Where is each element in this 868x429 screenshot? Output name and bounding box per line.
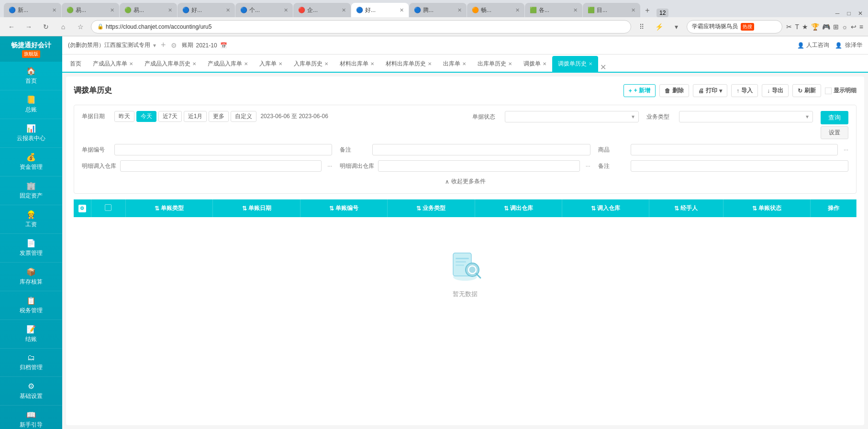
sidebar-item-tax[interactable]: 📋 税务管理 (0, 291, 62, 320)
sidebar-item-payroll[interactable]: 👷 工资 (0, 205, 62, 234)
refresh-button[interactable]: ↻ 刷新 (792, 84, 821, 97)
th-checkbox[interactable] (91, 199, 125, 217)
scissors-icon[interactable]: ✂ (786, 23, 792, 31)
browser-tab-4[interactable]: 🔵 好... ✕ (178, 3, 235, 17)
browser-tab-11[interactable]: 🟩 目... ✕ (583, 3, 640, 17)
nav-tab-inbound-close[interactable]: ✕ (278, 61, 282, 66)
import-button[interactable]: ↑ 导入 (731, 84, 758, 97)
back-button[interactable]: ← (5, 20, 18, 33)
note-input[interactable] (372, 144, 590, 155)
th-doc-status[interactable]: ⇅ 单账状态 (723, 199, 810, 217)
tab-close-7[interactable]: ✕ (400, 7, 404, 13)
browser-tab-5[interactable]: 🔵 个... ✕ (235, 3, 293, 17)
nav-tab-home[interactable]: 首页 (64, 56, 87, 73)
nav-tab-material-outbound-history-close[interactable]: ✕ (428, 61, 432, 66)
month-btn[interactable]: 近1月 (184, 111, 207, 122)
table-settings-icon[interactable]: ⚙ (78, 205, 86, 212)
nav-tab-finished-inbound2[interactable]: 产成品入库单 ✕ (202, 56, 254, 73)
nav-tab-transfer[interactable]: 调拨单 ✕ (518, 56, 552, 73)
query-button[interactable]: 查询 (821, 111, 848, 124)
nav-tab-finished-inbound-history-close[interactable]: ✕ (192, 61, 196, 66)
tab-close-2[interactable]: ✕ (110, 7, 114, 13)
grid-icon[interactable]: ⊞ (833, 23, 839, 31)
sidebar-item-guide[interactable]: 📖 新手引导 (0, 406, 62, 429)
th-biz-type[interactable]: ⇅ 业务类型 (388, 199, 475, 217)
sidebar-item-ledger[interactable]: 📒 总账 (0, 90, 62, 119)
nav-tab-outbound[interactable]: 出库单 ✕ (437, 56, 472, 73)
star-icon[interactable]: ★ (802, 23, 808, 31)
top-settings-icon[interactable]: ⚙ (171, 42, 177, 49)
close-all-tabs-button[interactable]: ✕ (600, 63, 606, 72)
extensions-button[interactable]: ⠿ (635, 20, 648, 33)
week-btn[interactable]: 近7天 (158, 111, 182, 122)
undo-icon[interactable]: ↩ (851, 23, 857, 31)
calendar-icon[interactable]: 📅 (220, 42, 227, 49)
sidebar-item-reports[interactable]: 📊 云报表中心 (0, 119, 62, 148)
print-dropdown-icon[interactable]: ▾ (719, 88, 722, 94)
nav-tab-finished-inbound-history[interactable]: 产成品入库单历史 ✕ (139, 56, 202, 73)
sidebar-item-archive[interactable]: 🗂 归档管理 (0, 349, 62, 377)
lightning-button[interactable]: ⚡ (652, 20, 666, 33)
today-btn[interactable]: 今天 (136, 111, 156, 122)
browser-tab-6[interactable]: 🔴 企... ✕ (293, 3, 351, 17)
th-out-warehouse[interactable]: ⇅ 调出仓库 (475, 199, 562, 217)
window-minimize[interactable]: ─ (834, 10, 841, 17)
translate-icon[interactable]: T (795, 23, 799, 31)
th-handler[interactable]: ⇅ 经手人 (649, 199, 723, 217)
out-warehouse-ellipsis[interactable]: ··· (586, 163, 590, 169)
reload-button[interactable]: ↻ (39, 20, 53, 33)
home-button[interactable]: ⌂ (56, 20, 70, 33)
nav-tab-outbound-history-close[interactable]: ✕ (508, 61, 512, 66)
nav-tab-finished-inbound[interactable]: 产成品入库单 ✕ (87, 56, 139, 73)
add-button[interactable]: + (161, 40, 166, 50)
th-settings[interactable]: ⚙ (74, 199, 91, 217)
sidebar-item-assets[interactable]: 🏢 固定资产 (0, 176, 62, 205)
nav-tab-material-outbound[interactable]: 材料出库单 ✕ (334, 56, 380, 73)
nav-tab-material-outbound-close[interactable]: ✕ (370, 61, 374, 66)
export-button[interactable]: ↓ 导出 (762, 84, 789, 97)
status-select[interactable]: ▾ (505, 111, 639, 122)
tab-close-9[interactable]: ✕ (515, 7, 520, 13)
sidebar-item-closing[interactable]: 📝 结账 (0, 320, 62, 349)
note2-input[interactable] (631, 160, 848, 172)
sidebar-item-home[interactable]: 🏠 首页 (0, 62, 62, 90)
bookmark-button[interactable]: ☆ (74, 20, 87, 33)
doc-number-input[interactable] (114, 144, 332, 155)
browser-tab-10[interactable]: 🟩 各... ✕ (525, 3, 582, 17)
tab-close-3[interactable]: ✕ (168, 7, 172, 13)
sidebar-item-finance[interactable]: 💰 资金管理 (0, 148, 62, 176)
nav-tab-outbound-close[interactable]: ✕ (462, 61, 466, 66)
nav-tab-transfer-history-close[interactable]: ✕ (589, 61, 592, 66)
th-in-warehouse[interactable]: ⇅ 调入仓库 (562, 199, 649, 217)
tab-close-11[interactable]: ✕ (631, 7, 635, 13)
in-warehouse-input[interactable] (120, 160, 322, 172)
window-maximize[interactable]: □ (845, 10, 853, 17)
nav-tab-finished-inbound-close[interactable]: ✕ (129, 61, 133, 66)
browser-tab-2[interactable]: 🟢 易... ✕ (62, 3, 119, 17)
browser-tab-8[interactable]: 🔵 腾... ✕ (409, 3, 467, 17)
nav-tab-material-outbound-history[interactable]: 材料出库单历史 ✕ (380, 56, 437, 73)
tab-close-1[interactable]: ✕ (52, 7, 56, 13)
tab-close-6[interactable]: ✕ (342, 7, 346, 13)
nav-tab-transfer-close[interactable]: ✕ (543, 61, 546, 66)
goods-input[interactable] (631, 144, 838, 155)
search-box[interactable]: 学霸应聘场驱鸟员 热搜 (687, 20, 782, 33)
url-input[interactable]: 🔒 https://cloud.chanjet.com/accounting/u… (91, 20, 631, 33)
new-tab-button[interactable]: + (641, 4, 654, 17)
browser-tab-1[interactable]: 🔵 新... ✕ (4, 3, 61, 17)
print-button[interactable]: 🖨 打印 ▾ (693, 84, 727, 97)
tab-close-4[interactable]: ✕ (226, 7, 230, 13)
display-toggle[interactable]: 显示明细 (825, 87, 857, 95)
more-btn[interactable]: 更多 (209, 111, 229, 122)
service-button[interactable]: 👤 人工咨询 (797, 41, 829, 49)
biz-type-select[interactable]: ▾ (679, 111, 813, 122)
nav-tab-finished-inbound2-close[interactable]: ✕ (244, 61, 248, 66)
nav-tab-transfer-history[interactable]: 调拨单历史 ✕ (552, 56, 598, 73)
nav-tab-inbound-history-close[interactable]: ✕ (324, 61, 328, 66)
browser-tab-9[interactable]: 🟠 畅... ✕ (467, 3, 524, 17)
collapse-button[interactable]: ∧ 收起更多条件 (443, 176, 488, 187)
menu-icon[interactable]: ≡ (859, 23, 863, 31)
browser-tab-3[interactable]: 🟢 易... ✕ (120, 3, 177, 17)
sidebar-item-inventory[interactable]: 📦 库存核算 (0, 263, 62, 291)
goods-ellipsis[interactable]: ··· (844, 146, 848, 153)
